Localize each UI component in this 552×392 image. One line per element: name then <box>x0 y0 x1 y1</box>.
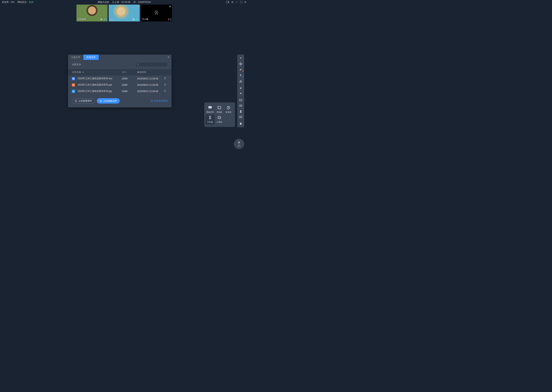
right-toolbar: T <box>237 55 244 127</box>
tool-text[interactable]: T <box>237 73 244 78</box>
svg-point-31 <box>240 117 241 117</box>
delete-icon[interactable] <box>164 77 166 80</box>
video-close-icon[interactable]: ✕ <box>169 5 171 8</box>
popup-item[interactable]: 计时器 <box>205 115 215 125</box>
tools-popup: 屏幕共享A✓B✗答题器抢答器计时器2+3小黑板 <box>204 102 235 127</box>
tab[interactable]: 云盘文件 <box>68 55 83 60</box>
svg-point-28 <box>240 110 241 112</box>
close-icon[interactable] <box>244 1 247 3</box>
svg-point-1 <box>232 2 233 2</box>
raise-hand-button[interactable]: 0/2 <box>234 139 244 149</box>
search-input[interactable] <box>135 62 168 67</box>
popup-item[interactable]: 抢答器 <box>224 105 233 115</box>
upload-normal-button[interactable]: 上传普通课件 <box>72 98 95 104</box>
tab[interactable]: 本地文件 <box>83 55 99 60</box>
tool-eraser[interactable] <box>237 84 244 91</box>
file-row[interactable]: P2019年工作汇报情况查询等等.ppt200M2020/06/23 12:09… <box>68 82 172 88</box>
screen-icon <box>208 106 212 110</box>
popup-item[interactable]: A✓B✗答题器 <box>215 105 224 115</box>
svg-text:✗: ✗ <box>220 108 220 109</box>
board-icon: 2+3 <box>217 116 221 120</box>
svg-point-12 <box>156 12 157 13</box>
sort-icon: ▼ <box>82 71 84 73</box>
svg-point-25 <box>240 105 240 106</box>
svg-line-16 <box>138 65 139 65</box>
timer-icon <box>208 116 212 120</box>
supported-types-link[interactable]: 文件支持类型 <box>151 99 168 103</box>
table-header: 文件名称▼ 大小 修改时间 <box>68 69 172 75</box>
tool-pen[interactable] <box>237 67 244 73</box>
popup-item[interactable]: 2+3小黑板 <box>215 115 224 125</box>
video-tile[interactable]: ✕王小明 <box>141 5 172 21</box>
fullscreen-icon[interactable] <box>240 1 242 3</box>
tool-chat[interactable] <box>237 114 244 120</box>
camera-toggle-icon[interactable] <box>226 1 229 3</box>
svg-point-23 <box>240 93 241 94</box>
svg-text:2+3: 2+3 <box>218 117 221 118</box>
video-close-icon[interactable]: ✕ <box>137 5 139 8</box>
file-modal: 云盘文件本地文件✕ 全部文件 文件名称▼ 大小 修改时间 W2019年工作汇报情… <box>68 55 172 107</box>
file-type-icon: ▲ <box>72 90 75 93</box>
room-title: 神秘大自然 <box>98 0 109 4</box>
tool-move[interactable] <box>237 61 244 67</box>
svg-rect-7 <box>104 18 105 20</box>
tool-apps[interactable] <box>237 103 244 109</box>
file-row[interactable]: ▲2019年工作汇报情况查询等等.jpg200M2020/06/23 12:09… <box>68 88 172 94</box>
modal-close-icon[interactable]: ✕ <box>167 56 170 59</box>
video-tile[interactable]: 叮当老师 <box>76 5 108 21</box>
tool-bell[interactable] <box>237 120 244 126</box>
quiz-icon: A✓B✗ <box>217 106 221 110</box>
svg-point-27 <box>241 105 241 106</box>
tool-shape[interactable] <box>237 91 244 96</box>
video-name: 叮当老师 <box>78 18 86 21</box>
search-icon <box>137 63 139 66</box>
svg-point-32 <box>241 117 241 117</box>
minimize-icon[interactable] <box>236 1 238 3</box>
svg-text:B: B <box>218 108 219 109</box>
buzzer-icon <box>226 106 230 110</box>
file-type-icon: P <box>72 84 75 86</box>
header: 丢包率：0% 网络状态：良好 神秘大自然 已上课：02:34:09 ID：202… <box>0 0 248 4</box>
svg-point-30 <box>240 117 240 117</box>
tool-folder[interactable] <box>237 97 244 103</box>
tool-pointer[interactable] <box>237 55 244 61</box>
svg-point-15 <box>137 63 138 65</box>
video-strip: 叮当老师✕Nina✕王小明 <box>0 4 248 22</box>
svg-rect-0 <box>226 1 228 3</box>
svg-point-26 <box>240 105 241 106</box>
tool-cut[interactable] <box>237 78 244 84</box>
svg-point-22 <box>241 82 242 82</box>
svg-point-9 <box>133 19 134 20</box>
svg-rect-10 <box>136 18 137 20</box>
svg-point-6 <box>101 19 102 20</box>
file-row[interactable]: W2019年工作汇报情况查询等等.doc200M2020/06/23 12:09… <box>68 75 172 82</box>
video-name: 王小明 <box>142 18 148 21</box>
settings-icon[interactable] <box>231 1 234 3</box>
file-type-icon: W <box>72 77 75 80</box>
popup-item[interactable]: 屏幕共享 <box>205 105 215 115</box>
upload-dynamic-button[interactable]: 上传动效文件 <box>97 98 120 104</box>
video-name: Nina <box>110 18 114 21</box>
svg-point-21 <box>240 82 240 82</box>
video-tile[interactable]: ✕Nina <box>109 5 140 21</box>
filter-label[interactable]: 全部文件 <box>72 63 81 66</box>
delete-icon[interactable] <box>164 83 166 86</box>
delete-icon[interactable] <box>164 90 166 92</box>
tool-users[interactable] <box>237 109 244 114</box>
